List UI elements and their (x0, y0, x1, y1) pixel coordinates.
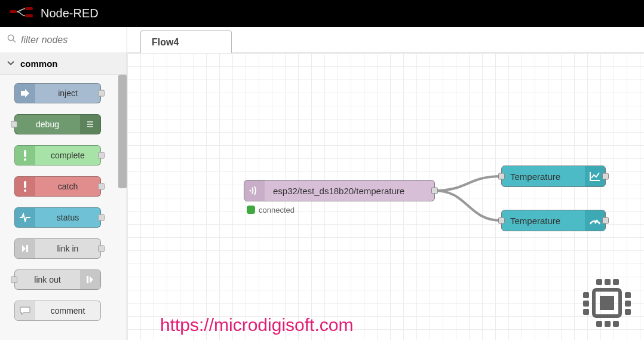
node-port-in (498, 218, 505, 224)
svg-rect-10 (24, 181, 26, 188)
svg-rect-12 (26, 245, 28, 252)
node-port-in (11, 121, 17, 128)
activity-icon (15, 208, 35, 227)
palette-node-label: comment (35, 306, 100, 316)
svg-rect-28 (605, 321, 611, 327)
palette-node-label: link in (35, 244, 100, 253)
flow-node-label: Temperature (502, 171, 585, 182)
flow-node-mqtt-in[interactable]: esp32/test_ds18b20/temperature connected (244, 180, 435, 201)
nodered-logo-icon (10, 7, 35, 20)
search-icon (7, 34, 16, 45)
filter-input[interactable] (21, 35, 119, 45)
palette-node-link-out[interactable]: link out (14, 269, 101, 290)
svg-rect-22 (625, 301, 631, 307)
status-dot-icon (247, 206, 255, 214)
svg-rect-1 (25, 7, 33, 10)
node-port-out (602, 173, 609, 180)
palette-node-debug[interactable]: debug (14, 114, 101, 134)
node-port-out (98, 90, 105, 97)
svg-rect-21 (625, 292, 631, 298)
svg-point-9 (24, 158, 26, 161)
category-label: common (20, 59, 58, 69)
palette-node-label: complete (35, 151, 100, 160)
palette-category-common[interactable]: common (0, 53, 127, 75)
svg-rect-13 (87, 276, 88, 283)
palette-node-link-in[interactable]: link in (14, 238, 101, 259)
svg-rect-29 (613, 321, 619, 327)
node-port-out (602, 218, 609, 224)
svg-rect-17 (600, 296, 614, 310)
palette-node-catch[interactable]: catch (14, 176, 101, 197)
svg-line-4 (13, 40, 16, 42)
flow-node-label: esp32/test_ds18b20/temperature (265, 186, 413, 196)
svg-rect-20 (583, 309, 589, 315)
svg-rect-24 (596, 279, 602, 285)
status-text: connected (259, 206, 295, 215)
debug-icon (80, 115, 100, 134)
app-title: Node-RED (41, 7, 99, 20)
svg-rect-25 (605, 279, 611, 285)
main-area: common inject debug (0, 27, 644, 340)
palette-node-complete[interactable]: complete (14, 145, 101, 166)
node-port-out (98, 246, 105, 252)
svg-rect-23 (625, 309, 631, 315)
palette-node-label: link out (15, 275, 80, 284)
palette-node-label: inject (35, 88, 100, 98)
palette-node-inject[interactable]: inject (14, 83, 101, 103)
palette-node-label: status (35, 213, 100, 222)
svg-point-3 (8, 35, 13, 40)
flow-node-label: Temperature (502, 216, 585, 226)
link-in-icon (15, 239, 35, 258)
svg-rect-0 (10, 10, 17, 13)
node-port-in (11, 277, 17, 283)
watermark-url: https://microdigisoft.com (160, 315, 353, 335)
flow-node-chart[interactable]: Temperature (501, 166, 606, 187)
mqtt-icon (244, 180, 265, 201)
svg-rect-18 (583, 292, 589, 298)
alert-icon (15, 177, 35, 196)
comment-icon (15, 301, 35, 320)
alert-icon (15, 146, 35, 165)
svg-rect-26 (613, 279, 619, 285)
svg-rect-27 (596, 321, 602, 327)
flow-tabs: Flow4 (127, 27, 644, 53)
palette-sidebar: common inject debug (0, 27, 127, 340)
palette-node-label: debug (15, 120, 80, 129)
watermark-chip-icon (577, 273, 637, 335)
svg-rect-8 (24, 150, 26, 157)
svg-point-14 (250, 190, 252, 192)
app-header: Node-RED (0, 0, 644, 27)
node-port-out (431, 188, 438, 194)
palette-node-comment[interactable]: comment (14, 301, 101, 321)
node-port-out (98, 215, 105, 221)
node-port-out (98, 152, 105, 159)
palette-node-status[interactable]: status (14, 207, 101, 228)
link-out-icon (80, 270, 100, 289)
palette-filter[interactable] (0, 27, 127, 53)
tab-flow4[interactable]: Flow4 (140, 30, 232, 53)
node-port-out (98, 183, 105, 190)
tab-label: Flow4 (152, 37, 179, 48)
chevron-down-icon (7, 59, 14, 69)
svg-point-11 (24, 189, 26, 192)
svg-rect-19 (583, 301, 589, 307)
palette-list: inject debug complete (0, 75, 127, 340)
inject-icon (15, 84, 35, 103)
node-port-in (498, 173, 505, 180)
workspace: Flow4 esp32/test_ds18b20/temperature con… (127, 27, 644, 340)
palette-node-label: catch (35, 182, 100, 191)
flow-canvas[interactable]: esp32/test_ds18b20/temperature connected… (127, 53, 644, 340)
svg-rect-2 (25, 14, 33, 17)
flow-node-gauge[interactable]: Temperature (501, 210, 606, 231)
